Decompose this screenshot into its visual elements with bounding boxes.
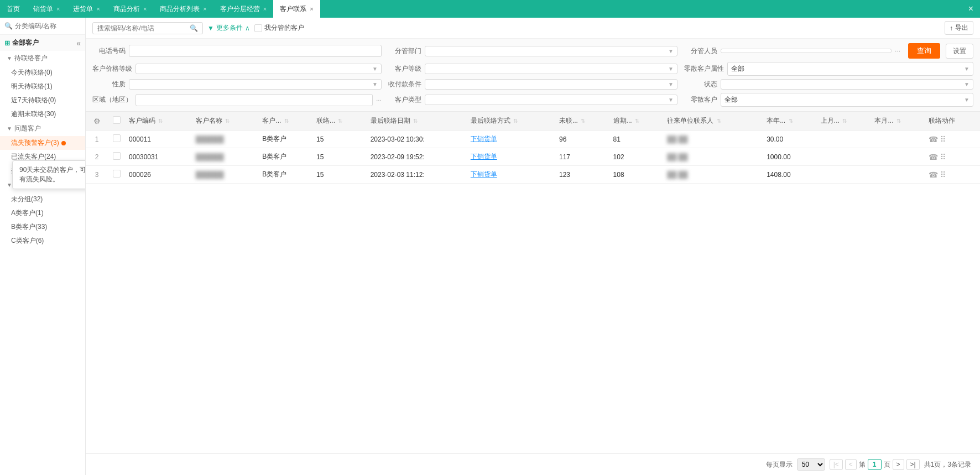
sort-icon7[interactable]: ⇅: [581, 118, 585, 124]
nature-select[interactable]: ▼: [129, 79, 382, 90]
sidebar-item-overdue-contact[interactable]: 逾期未联络(30): [0, 107, 85, 121]
close-sales-icon[interactable]: ×: [56, 6, 60, 12]
sidebar-item-class-c[interactable]: C类客户(6): [0, 234, 85, 248]
sort-icon12[interactable]: ⇅: [896, 118, 901, 124]
filter-status: 状态 ▼: [684, 79, 973, 90]
nav-customer-tier[interactable]: 客户分层经营 ×: [213, 0, 273, 18]
method-link[interactable]: 下销货单: [471, 170, 497, 178]
close-product-list-icon[interactable]: ×: [203, 6, 206, 12]
more-action-icon[interactable]: ⠿: [940, 153, 946, 161]
header-checkbox[interactable]: [113, 116, 121, 124]
method-link[interactable]: 下销货单: [471, 153, 497, 160]
next-page-button[interactable]: >: [893, 459, 904, 470]
triangle-down-icon3: ▼: [7, 182, 12, 188]
cell-check[interactable]: [108, 166, 126, 184]
data-table: ⚙ 客户编码 ⇅ 客户名称 ⇅: [86, 112, 980, 184]
th-code: 客户编码 ⇅: [126, 112, 192, 131]
cell-this-year: 1408.00: [763, 166, 817, 184]
th-this-year: 本年... ⇅: [763, 112, 817, 131]
group-pending-contact[interactable]: ▼ 待联络客户: [0, 51, 85, 66]
search-input[interactable]: [97, 24, 187, 32]
region-more-icon[interactable]: ···: [376, 96, 382, 104]
cell-check[interactable]: [108, 131, 126, 148]
last-page-button[interactable]: >|: [906, 459, 920, 470]
row-checkbox[interactable]: [113, 134, 121, 142]
collapse-icon[interactable]: «: [76, 39, 81, 48]
sort-icon5[interactable]: ⇅: [413, 118, 418, 124]
sidebar-item-ungroup[interactable]: 未分组(32): [0, 192, 85, 206]
row-checkbox[interactable]: [113, 170, 121, 178]
customer-type-select[interactable]: ▼: [425, 95, 677, 105]
sort-icon4[interactable]: ⇅: [338, 118, 342, 124]
chevron-down-icon6: ▼: [668, 81, 674, 87]
more-icon[interactable]: ···: [895, 47, 900, 55]
nav-sales[interactable]: 销货单 ×: [27, 0, 66, 18]
region-input[interactable]: [135, 94, 373, 106]
method-link[interactable]: 下销货单: [471, 135, 497, 143]
sidebar-item-class-b[interactable]: B类客户(33): [0, 220, 85, 234]
nav-home[interactable]: 首页: [0, 0, 27, 18]
more-action-icon[interactable]: ⠿: [940, 135, 946, 144]
sidebar-item-tomorrow[interactable]: 明天待联络(1): [0, 80, 85, 93]
close-customer-contact-icon[interactable]: ×: [310, 6, 313, 12]
sidebar-item-churn-warning[interactable]: 流失预警客户(3): [0, 136, 85, 150]
sidebar-search-input[interactable]: [15, 22, 81, 30]
price-level-select[interactable]: ▼: [135, 64, 382, 74]
checkbox-icon[interactable]: [254, 24, 262, 32]
sparse-attr-label: 零散客户属性: [684, 64, 724, 74]
sparse-attr-select[interactable]: 全部 ▼: [727, 62, 973, 76]
row-checkbox[interactable]: [113, 152, 121, 160]
contact-icon[interactable]: ☎: [929, 135, 938, 144]
more-conditions-btn[interactable]: ▼ 更多条件 ∧: [207, 23, 250, 33]
nav-product-analysis-list[interactable]: 商品分析列表 ×: [153, 0, 213, 18]
sort-icon8[interactable]: ⇅: [635, 118, 639, 124]
column-settings-icon[interactable]: ⚙: [93, 117, 101, 126]
contact-icon[interactable]: ☎: [929, 170, 938, 179]
cell-code: 00030031: [126, 148, 192, 166]
my-customers-checkbox[interactable]: 我分管的客户: [254, 23, 304, 33]
page-size-select[interactable]: 50 100: [797, 458, 825, 471]
sort-icon[interactable]: ⇅: [158, 118, 163, 124]
sort-icon3[interactable]: ⇅: [284, 118, 289, 124]
close-customer-tier-icon[interactable]: ×: [263, 6, 267, 12]
status-select[interactable]: ▼: [721, 79, 973, 90]
sort-icon10[interactable]: ⇅: [789, 118, 793, 124]
settings-button[interactable]: 设置: [946, 44, 973, 59]
query-button[interactable]: 查询: [908, 43, 940, 59]
close-product-analysis-icon[interactable]: ×: [143, 6, 147, 12]
search-icon[interactable]: 🔍: [190, 24, 198, 32]
close-purchase-icon[interactable]: ×: [96, 6, 100, 12]
region-label: 区域（地区）: [92, 95, 132, 105]
sparse-customer-select[interactable]: 全部 ▼: [721, 93, 973, 107]
payment-select[interactable]: ▼: [425, 79, 677, 90]
sort-icon2[interactable]: ⇅: [225, 118, 230, 124]
group-problem-customers[interactable]: ▼ 问题客户: [0, 121, 85, 136]
filter-department: 分管部门 ▼: [388, 43, 677, 59]
cell-this-month: [871, 166, 925, 184]
department-select[interactable]: ▼: [425, 46, 677, 56]
close-all-button[interactable]: ×: [962, 4, 980, 14]
all-customers-header[interactable]: ⊞ 全部客户 «: [0, 35, 85, 51]
person-select[interactable]: [721, 49, 892, 53]
cell-contact: 15: [313, 166, 367, 184]
table-row: 3 000026 ██████ B类客户 15 2023-02-03 11:12…: [86, 166, 980, 184]
customer-level-select[interactable]: ▼: [425, 64, 677, 74]
sidebar-item-7days[interactable]: 近7天待联络(0): [0, 93, 85, 107]
first-page-button[interactable]: |<: [830, 459, 843, 470]
phone-input[interactable]: [129, 45, 382, 57]
nav-product-analysis[interactable]: 商品分析 ×: [107, 0, 153, 18]
contact-icon[interactable]: ☎: [929, 153, 938, 161]
sidebar-item-today[interactable]: 今天待联络(0): [0, 66, 85, 80]
nav-purchase[interactable]: 进货单 ×: [66, 0, 106, 18]
nav-customer-contact[interactable]: 客户联系 ×: [273, 0, 320, 18]
export-button[interactable]: ↑ 导出: [945, 21, 973, 35]
th-last-date-label: 最后联络日期: [371, 117, 410, 124]
cell-check[interactable]: [108, 148, 126, 166]
sidebar-item-class-a[interactable]: A类客户(1): [0, 206, 85, 220]
more-action-icon[interactable]: ⠿: [940, 170, 946, 179]
sort-icon9[interactable]: ⇅: [717, 118, 721, 124]
prev-page-button[interactable]: <: [845, 459, 857, 470]
sort-icon11[interactable]: ⇅: [842, 118, 847, 124]
cell-overdue: 108: [610, 166, 664, 184]
sort-icon6[interactable]: ⇅: [513, 118, 518, 124]
